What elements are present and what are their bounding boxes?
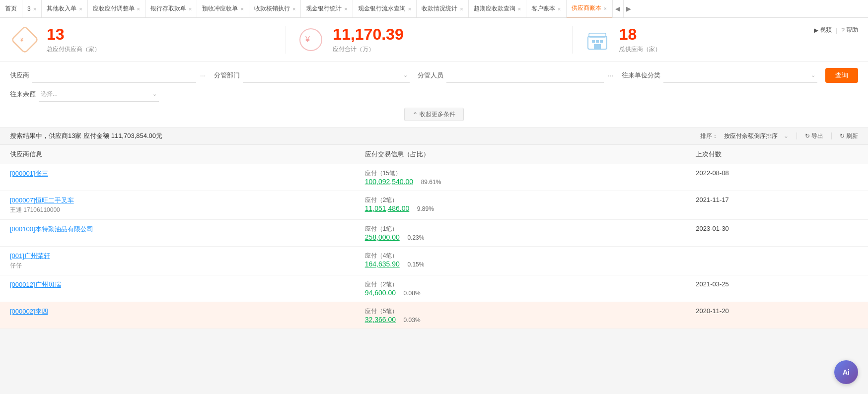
- nav-tab-other-income[interactable]: 其他收入单 ×: [42, 0, 87, 18]
- filter-area: 供应商 ··· 分管部门 ⌄ 分管人员 ··· 往来单位分类 ⌄ 查询: [0, 62, 868, 128]
- payable-cell-4: 应付（2笔） 94,600.00 0.08%: [355, 275, 686, 302]
- nav-prev-arrow[interactable]: ◀: [612, 0, 623, 18]
- result-bar: 搜索结果中，供应商13家 应付金额 111,703,854.00元 排序： 按应…: [0, 128, 868, 145]
- nav-tab-bank-deposit-close[interactable]: ×: [189, 6, 192, 12]
- data-table: 供应商信息 应付交易信息（占比） 上次付数 [000001]张三 应付（15笔）: [0, 145, 868, 329]
- suppliers-payable-icon: ¥: [10, 26, 40, 54]
- filter-dept-select[interactable]: ⌄: [243, 68, 410, 83]
- nav-tab-prepay[interactable]: 预收冲应收单 ×: [197, 0, 249, 18]
- payable-pct-4: 0.08%: [404, 290, 421, 297]
- filter-person: 分管人员 ···: [418, 68, 614, 83]
- nav-bar: 首页 3 × 其他收入单 × 应收应付调整单 × 银行存取款单 × 预收冲应收单…: [0, 0, 868, 18]
- payable-cell-1: 应付（2笔） 11,051,486.00 9.89%: [355, 191, 686, 220]
- nav-tab-payment-exec-label: 收款核销执行: [254, 4, 290, 13]
- filter-category-select[interactable]: ⌄: [663, 68, 818, 83]
- divider-1: [796, 132, 797, 139]
- filter-person-input[interactable]: [446, 68, 604, 83]
- nav-tab-cash-bank-stats[interactable]: 现金银行统计 ×: [301, 0, 353, 18]
- nav-tab-adjustment[interactable]: 应收应付调整单 ×: [88, 0, 145, 18]
- supplier-cell-2: [000100]本特勤油品有限公司: [0, 220, 355, 247]
- payable-label-0: 应付（15笔）: [365, 169, 676, 178]
- supplier-cell-4: [000012]广州贝瑞: [0, 275, 355, 302]
- nav-tab-prepay-close[interactable]: ×: [240, 6, 243, 12]
- nav-tab-overdue-query-close[interactable]: ×: [518, 6, 521, 12]
- payable-amount-0[interactable]: 100,092,540.00: [365, 178, 413, 186]
- category-chevron-icon: ⌄: [811, 72, 815, 78]
- sort-value[interactable]: 按应付余额倒序排序: [724, 132, 778, 140]
- nav-tab-other-income-close[interactable]: ×: [79, 6, 82, 12]
- nav-tab-payment-exec-close[interactable]: ×: [292, 6, 295, 12]
- payable-pct-0: 89.61%: [421, 179, 441, 186]
- svg-point-2: [300, 29, 322, 51]
- last-pay-cell-0: 2022-08-08: [686, 164, 868, 191]
- svg-rect-8: [594, 44, 601, 49]
- nav-tab-3[interactable]: 3 ×: [22, 0, 42, 18]
- header-divider: |: [836, 26, 837, 34]
- result-summary: 搜索结果中，供应商13家 应付金额 111,703,854.00元: [10, 131, 162, 140]
- supplier-more-btn[interactable]: ···: [200, 71, 206, 79]
- filter-category: 往来单位分类 ⌄: [622, 68, 818, 83]
- total-suppliers-icon: [582, 26, 612, 54]
- filter-supplier: 供应商 ···: [10, 68, 206, 83]
- payable-amount-4[interactable]: 94,600.00: [365, 289, 396, 297]
- export-btn[interactable]: ↻ 导出: [805, 132, 823, 140]
- nav-tab-supplier-ledger-close[interactable]: ×: [604, 5, 607, 11]
- nav-tab-supplier-ledger[interactable]: 供应商账本 ×: [567, 0, 612, 18]
- filter-supplier-label: 供应商: [10, 71, 29, 80]
- nav-tab-collection-stats-close[interactable]: ×: [460, 6, 463, 12]
- supplier-link-5[interactable]: [000002]李四: [10, 308, 48, 315]
- supplier-link-4[interactable]: [000012]广州贝瑞: [10, 281, 61, 288]
- nav-tab-cash-flow-close[interactable]: ×: [408, 6, 411, 12]
- filter-balance-select[interactable]: 选择... ⌄: [39, 87, 159, 102]
- table-header: 供应商信息 应付交易信息（占比） 上次付数: [0, 145, 868, 164]
- svg-text:¥: ¥: [305, 35, 310, 44]
- last-pay-date-4: 2021-03-25: [696, 280, 729, 288]
- payable-cell-2: 应付（1笔） 258,000.00 0.23%: [355, 220, 686, 247]
- payable-amount-2[interactable]: 258,000.00: [365, 233, 400, 241]
- nav-tab-home[interactable]: 首页: [0, 0, 22, 18]
- nav-tab-other-income-label: 其他收入单: [47, 4, 76, 13]
- stat-label-payable-total: 应付合计（万）: [333, 45, 403, 54]
- last-pay-cell-2: 2023-01-30: [686, 220, 868, 247]
- filter-dept-label: 分管部门: [214, 71, 240, 80]
- nav-tab-home-label: 首页: [5, 4, 17, 13]
- supplier-link-2[interactable]: [000100]本特勤油品有限公司: [10, 225, 93, 233]
- nav-tab-3-close[interactable]: ×: [33, 6, 36, 12]
- video-link[interactable]: ▶ 视频: [814, 26, 832, 34]
- nav-tab-cash-bank-stats-label: 现金银行统计: [306, 4, 342, 13]
- sort-label: 排序：: [700, 132, 718, 140]
- nav-tab-cash-flow[interactable]: 现金银行流水查询 ×: [353, 0, 417, 18]
- nav-tab-customer-ledger[interactable]: 客户账本 ×: [526, 0, 566, 18]
- filter-balance: 往来余额 选择... ⌄: [10, 87, 159, 102]
- supplier-link-1[interactable]: [000007]恒旺二手叉车: [10, 197, 74, 204]
- nav-tab-bank-deposit[interactable]: 银行存取款单 ×: [145, 0, 197, 18]
- payable-amount-5[interactable]: 32,366.00: [365, 316, 396, 324]
- nav-tab-cash-bank-stats-close[interactable]: ×: [344, 6, 347, 12]
- help-link[interactable]: ? 帮助: [841, 26, 858, 34]
- table-row: [001]广州荣轩 仔仔 应付（4笔） 164,635.90 0.15%: [0, 247, 868, 275]
- filter-supplier-input[interactable]: [32, 68, 196, 83]
- search-button[interactable]: 查询: [825, 68, 858, 83]
- nav-tab-collection-stats-label: 收款情况统计: [422, 4, 457, 13]
- nav-tab-collection-stats[interactable]: 收款情况统计 ×: [417, 0, 468, 18]
- result-actions: 排序： 按应付余额倒序排序 ⌄ ↻ 导出 ↻ 刷新: [700, 132, 858, 140]
- table-scroll-wrap[interactable]: 供应商信息 应付交易信息（占比） 上次付数 [000001]张三 应付（15笔）: [0, 145, 868, 329]
- supplier-link-0[interactable]: [000001]张三: [10, 170, 48, 177]
- payable-amount-1[interactable]: 11,051,486.00: [365, 204, 410, 212]
- payable-amount-3[interactable]: 164,635.90: [365, 260, 400, 268]
- header-stats: ¥ 13 总应付供应商（家） ¥ 11,170.39 应付合计（万）: [0, 18, 868, 62]
- nav-tab-payment-exec[interactable]: 收款核销执行 ×: [249, 0, 301, 18]
- nav-tab-customer-ledger-close[interactable]: ×: [558, 6, 561, 12]
- collapse-more-btn[interactable]: ⌃ 收起更多条件: [404, 108, 464, 121]
- stat-block-suppliers-payable: ¥ 13 总应付供应商（家）: [10, 26, 286, 54]
- last-pay-date-2: 2023-01-30: [696, 225, 729, 232]
- nav-next-arrow[interactable]: ▶: [623, 0, 634, 18]
- sort-chevron-icon: ⌄: [784, 132, 789, 139]
- person-more-btn[interactable]: ···: [608, 71, 614, 79]
- stat-label-total-suppliers: 总供应商（家）: [619, 45, 661, 54]
- nav-tab-adjustment-close[interactable]: ×: [137, 6, 140, 12]
- supplier-link-3[interactable]: [001]广州荣轩: [10, 252, 50, 260]
- refresh-btn[interactable]: ↻ 刷新: [840, 132, 858, 140]
- last-pay-cell-4: 2021-03-25: [686, 275, 868, 302]
- nav-tab-overdue-query[interactable]: 超期应收款查询 ×: [469, 0, 526, 18]
